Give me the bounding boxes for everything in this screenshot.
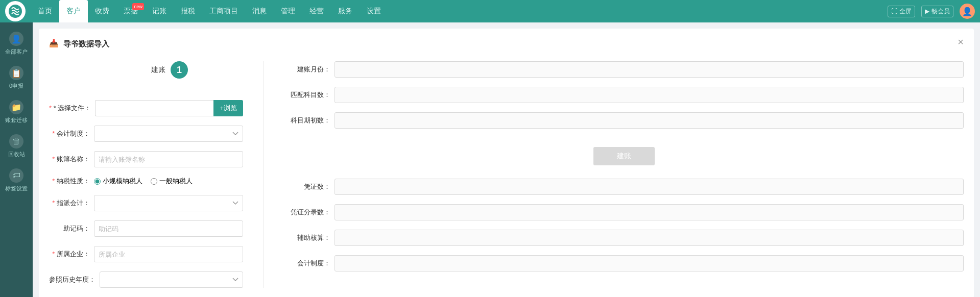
close-button[interactable]: ×: [958, 37, 964, 47]
voucher-count-label: 凭证数：: [284, 182, 330, 191]
tax-type-row: * 纳税性质： 小规模纳税人 一般纳税人: [49, 177, 243, 186]
top-nav-right: ⛶ 全屏 ▶ 畅会员 👤: [888, 4, 975, 19]
nav-item-manage[interactable]: 管理: [274, 0, 302, 22]
file-label: * * 选择文件：: [49, 104, 91, 113]
tag-settings-icon: 🏷: [9, 168, 23, 183]
history-year-row: 参照历史年度：: [49, 271, 243, 288]
member-button[interactable]: ▶ 畅会员: [921, 6, 953, 17]
file-select-row: * * 选择文件： +浏览: [49, 100, 243, 116]
nav-item-operations[interactable]: 经营: [302, 0, 331, 22]
voucher-entries-row: 凭证分录数：: [284, 204, 964, 220]
file-input[interactable]: [95, 100, 213, 116]
nav-item-accounting[interactable]: 记账: [145, 0, 174, 22]
ledger-name-label: * 账簿名称：: [49, 155, 90, 164]
right-accounting-system-label: 会计制度：: [284, 259, 330, 268]
match-subjects-value: [334, 87, 964, 103]
right-accounting-system-value: [334, 255, 964, 271]
accountant-label: * 指派会计：: [49, 199, 90, 208]
accountant-select[interactable]: [94, 195, 243, 211]
tax-general-option[interactable]: 一般纳税人: [151, 177, 193, 186]
voucher-count-value: [334, 179, 964, 195]
form-right: 建账月份： 匹配科目数： 科目期初数： 建账: [264, 61, 964, 288]
nav-item-bizproject[interactable]: 工商项目: [202, 0, 245, 22]
fullscreen-button[interactable]: ⛶ 全屏: [888, 6, 915, 17]
step-circle: 1: [171, 61, 188, 79]
nav-item-message[interactable]: 消息: [245, 0, 274, 22]
period-init-label: 科目期初数：: [284, 116, 330, 125]
form-body: 建账 1 * * 选择文件： +浏览: [49, 61, 964, 288]
build-month-row: 建账月份：: [284, 61, 964, 78]
company-row: * 所属企业：: [49, 246, 243, 262]
aux-accounting-value: [334, 230, 964, 246]
build-month-value: [334, 61, 964, 78]
account-migrate-icon: 📁: [9, 100, 23, 114]
company-input[interactable]: [94, 246, 243, 262]
accounting-system-row: * 会计制度：: [49, 126, 243, 142]
content-area: 📥 导爷数据导入 × 建账 1 * * 选择文: [33, 22, 980, 297]
company-label: * 所属企业：: [49, 250, 90, 259]
aux-accounting-row: 辅助核算：: [284, 230, 964, 246]
main-layout: 👤 全部客户 📋 0申报 📁 账套迁移 🗑 回收站 🏷 标签设置 📥 导爷数据导…: [0, 22, 980, 297]
nav-item-customer[interactable]: 客户: [59, 0, 88, 22]
browse-button[interactable]: +浏览: [213, 100, 243, 116]
accounting-system-label: * 会计制度：: [49, 129, 90, 138]
nav-item-billing[interactable]: 收费: [88, 0, 116, 22]
play-icon: ▶: [925, 8, 929, 15]
file-input-group: +浏览: [95, 100, 243, 116]
nav-item-service[interactable]: 服务: [331, 0, 360, 22]
memo-code-label: 助记码：: [49, 224, 90, 233]
memo-code-row: 助记码：: [49, 220, 243, 237]
all-customers-icon: 👤: [9, 32, 23, 46]
form-left: 建账 1 * * 选择文件： +浏览: [49, 61, 264, 288]
sidebar-item-declaration[interactable]: 📋 0申报: [0, 62, 33, 94]
user-avatar[interactable]: 👤: [960, 4, 975, 19]
nav-item-invoice[interactable]: 票据 new: [116, 0, 145, 22]
dialog-header: 📥 导爷数据导入: [49, 39, 964, 49]
nav-item-tax[interactable]: 报税: [174, 0, 202, 22]
match-subjects-label: 匹配科目数：: [284, 90, 330, 100]
history-year-label: 参照历史年度：: [49, 275, 95, 284]
sidebar: 👤 全部客户 📋 0申报 📁 账套迁移 🗑 回收站 🏷 标签设置: [0, 22, 33, 297]
voucher-entries-label: 凭证分录数：: [284, 208, 330, 217]
top-nav: 首页 客户 收费 票据 new 记账 报税 工商项目 消息 管理 经营 服务 设…: [0, 0, 980, 22]
sidebar-item-tag-settings[interactable]: 🏷 标签设置: [0, 164, 33, 196]
voucher-entries-value: [334, 204, 964, 220]
dialog-card: 📥 导爷数据导入 × 建账 1 * * 选择文: [39, 29, 974, 297]
tax-small-radio[interactable]: [94, 178, 101, 185]
memo-code-input[interactable]: [94, 220, 243, 237]
tax-general-radio[interactable]: [151, 178, 157, 185]
build-account-button[interactable]: 建账: [593, 147, 655, 165]
step-area: 建账 1: [49, 61, 243, 79]
ledger-name-row: * 账簿名称：: [49, 151, 243, 167]
nav-item-home[interactable]: 首页: [31, 0, 59, 22]
voucher-count-row: 凭证数：: [284, 179, 964, 195]
aux-accounting-label: 辅助核算：: [284, 233, 330, 242]
sidebar-item-recycle[interactable]: 🗑 回收站: [0, 130, 33, 162]
invoice-new-badge: new: [132, 3, 144, 10]
accountant-row: * 指派会计：: [49, 195, 243, 211]
right-accounting-system-row: 会计制度：: [284, 255, 964, 271]
period-init-row: 科目期初数：: [284, 112, 964, 129]
import-icon: 📥: [49, 39, 59, 49]
fullscreen-icon: ⛶: [891, 8, 897, 15]
nav-items: 首页 客户 收费 票据 new 记账 报税 工商项目 消息 管理 经营 服务 设…: [31, 0, 888, 22]
app-logo[interactable]: [5, 1, 26, 21]
sidebar-item-account-migrate[interactable]: 📁 账套迁移: [0, 96, 33, 128]
period-init-value: [334, 112, 964, 129]
accounting-system-select[interactable]: [94, 126, 243, 142]
dialog-title: 导爷数据导入: [63, 39, 109, 49]
build-month-label: 建账月份：: [284, 65, 330, 74]
tax-radio-group: 小规模纳税人 一般纳税人: [94, 177, 193, 186]
declaration-icon: 📋: [9, 66, 23, 80]
sidebar-item-all-customers[interactable]: 👤 全部客户: [0, 28, 33, 60]
recycle-icon: 🗑: [9, 134, 23, 148]
nav-item-settings[interactable]: 设置: [360, 0, 388, 22]
step-label: 建账: [151, 65, 165, 75]
tax-small-option[interactable]: 小规模纳税人: [94, 177, 142, 186]
build-btn-container: 建账: [284, 142, 964, 165]
ledger-name-input[interactable]: [94, 151, 243, 167]
tax-type-label: * 纳税性质：: [49, 177, 90, 186]
match-subjects-row: 匹配科目数：: [284, 87, 964, 103]
avatar-icon: 👤: [962, 7, 972, 16]
history-year-select[interactable]: [100, 271, 243, 288]
